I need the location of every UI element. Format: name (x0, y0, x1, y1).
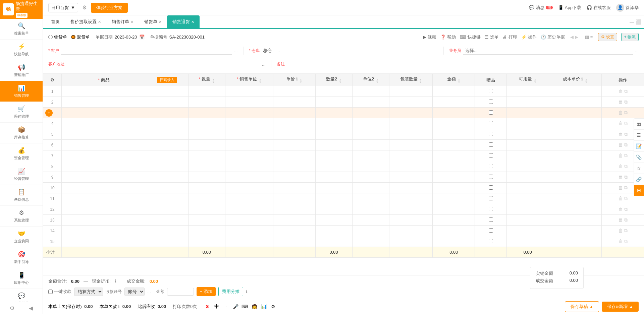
delete-btn-7[interactable]: 🗑 (618, 153, 623, 158)
gift-checkbox-14[interactable] (489, 228, 493, 233)
customer-select-btn[interactable]: ... (234, 48, 238, 53)
gift-cell-7[interactable] (475, 150, 506, 161)
gift-checkbox-3[interactable] (489, 110, 493, 115)
tab-price-settings[interactable]: 售价提取设置 ✕ (65, 15, 106, 29)
delete-btn-15[interactable]: 🗑 (618, 239, 623, 244)
tab-sales-order-close[interactable]: ✕ (130, 20, 133, 24)
gift-cell-15[interactable] (475, 236, 506, 247)
select-btn[interactable]: ☰ 选单 (485, 34, 499, 40)
product-cell-9[interactable] (62, 172, 146, 183)
unit-cell-5[interactable] (225, 129, 273, 140)
copy-btn-7[interactable]: ⧉ (624, 153, 628, 158)
help-btn[interactable]: ❓ 帮助 (440, 34, 456, 40)
payment-add-btn[interactable]: + 添加 (197, 287, 216, 296)
unit-cell-3[interactable] (225, 108, 273, 118)
input-icon3[interactable]: 🎤 (232, 303, 239, 310)
trial-btn[interactable]: 体验行业方案 (91, 3, 128, 13)
radio-sales-input[interactable] (48, 35, 53, 39)
delete-btn-9[interactable]: 🗑 (618, 174, 623, 180)
delete-btn-14[interactable]: 🗑 (618, 228, 623, 233)
product-cell-10[interactable] (62, 183, 146, 193)
unit-cell-12[interactable] (225, 204, 273, 215)
product-cell-1[interactable] (62, 86, 146, 97)
gift-checkbox-15[interactable] (489, 239, 493, 243)
radio-return-input[interactable] (71, 35, 75, 39)
calendar-icon[interactable]: 📅 (139, 35, 145, 40)
maximize-tab-btn[interactable]: ⬜ (636, 19, 641, 24)
gift-cell-4[interactable] (475, 118, 506, 129)
gift-checkbox-10[interactable] (489, 185, 493, 190)
radio-sales[interactable]: 销货单 (48, 34, 67, 40)
input-icon2[interactable]: · (222, 303, 230, 310)
qty-cell-8[interactable] (188, 161, 225, 172)
gift-checkbox-7[interactable] (489, 153, 493, 158)
unit-cell-4[interactable] (225, 118, 273, 129)
copy-btn-15[interactable]: ⧉ (624, 239, 628, 244)
delete-btn-6[interactable]: 🗑 (618, 142, 623, 147)
delete-btn-2[interactable]: 🗑 (618, 99, 623, 105)
unit-cell-14[interactable] (225, 226, 273, 236)
gift-checkbox-13[interactable] (489, 217, 493, 222)
product-input-3[interactable] (64, 110, 144, 116)
discount-info-icon[interactable]: ℹ (115, 279, 116, 284)
right-action-form-view[interactable]: ▦ (634, 119, 644, 130)
copy-btn-2[interactable]: ⧉ (624, 99, 628, 105)
radio-return[interactable]: 退货单 (71, 34, 90, 40)
qty-cell-2[interactable] (188, 97, 225, 108)
save-draft-btn[interactable]: 保存草稿 ▲ (565, 301, 599, 312)
settings-bottom-btn[interactable]: ⚙ (10, 305, 14, 311)
right-action-attachment[interactable]: 📎 (634, 152, 644, 163)
tab-sales-delivery[interactable]: 销货单 ✕ (139, 15, 167, 29)
copy-btn-10[interactable]: ⧉ (624, 185, 628, 190)
gift-cell-9[interactable] (475, 172, 506, 183)
qty-cell-7[interactable] (188, 150, 225, 161)
warehouse-select-btn[interactable]: ... (276, 48, 280, 53)
copy-btn-4[interactable]: ⧉ (624, 121, 628, 126)
qty-cell-12[interactable] (188, 204, 225, 215)
right-action-link[interactable]: 🔗 (634, 174, 644, 185)
th-settings[interactable]: ⚙ (43, 74, 62, 86)
sidebar-item-marketing[interactable]: 📢 营销推广 (0, 60, 43, 81)
input-icon5[interactable]: 🧑 (251, 303, 258, 310)
qty-cell-6[interactable] (188, 140, 225, 150)
sidebar-item-operations[interactable]: 📈 经营管理 (0, 164, 43, 185)
gift-cell-10[interactable] (475, 183, 506, 193)
input-icon7[interactable]: ⚙ (269, 303, 277, 310)
unit-cell-6[interactable] (225, 140, 273, 150)
unit-cell-7[interactable] (225, 150, 273, 161)
delete-btn-4[interactable]: 🗑 (618, 121, 623, 126)
account-select[interactable]: 账号 (124, 288, 145, 296)
product-cell-6[interactable] (62, 140, 146, 150)
copy-btn-13[interactable]: ⧉ (624, 217, 628, 223)
tab-sales-delivery-close[interactable]: ✕ (159, 20, 162, 24)
copy-btn-3[interactable]: ⧉ (624, 110, 628, 115)
remark-input[interactable] (287, 60, 639, 68)
tab-home[interactable]: 首页 (46, 15, 65, 29)
gift-cell-12[interactable] (475, 204, 506, 215)
online-service-btn[interactable]: 🎧 在线客服 (587, 5, 611, 11)
product-cell-8[interactable] (62, 161, 146, 172)
unit-cell-15[interactable] (225, 236, 273, 247)
history-btn[interactable]: 🕐 历史单据 (541, 34, 565, 40)
product-cell-11[interactable] (62, 193, 146, 204)
price-info-icon[interactable]: ℹ (296, 77, 298, 81)
qty-cell-14[interactable] (188, 226, 225, 236)
delete-btn-8[interactable]: 🗑 (618, 164, 623, 169)
action-btn[interactable]: ⚡ 操作 (521, 34, 537, 40)
product-cell-3[interactable] (62, 108, 146, 118)
qty-cell-3[interactable] (188, 108, 225, 118)
customer-input[interactable] (61, 47, 232, 55)
sidebar-item-enterprise[interactable]: 🤝 企业协同 (0, 227, 43, 247)
fee-split-btn[interactable]: 费用分摊 (218, 287, 243, 296)
unit-cell-9[interactable] (225, 172, 273, 183)
module-selector[interactable]: 日用百货 ▼ (48, 3, 78, 12)
unit-cell-2[interactable] (225, 97, 273, 108)
sidebar-item-sales[interactable]: 📊 销售管理 (0, 81, 43, 102)
qty-cell-1[interactable] (188, 86, 225, 97)
add-row-btn[interactable]: + (45, 109, 53, 117)
print-btn[interactable]: 🖨 打印 (503, 34, 517, 40)
copy-btn-5[interactable]: ⧉ (624, 131, 628, 137)
shortcut-btn[interactable]: ⌨ 快捷键 (460, 34, 481, 40)
gift-checkbox-6[interactable] (489, 142, 493, 147)
unit-cell-10[interactable] (225, 183, 273, 193)
